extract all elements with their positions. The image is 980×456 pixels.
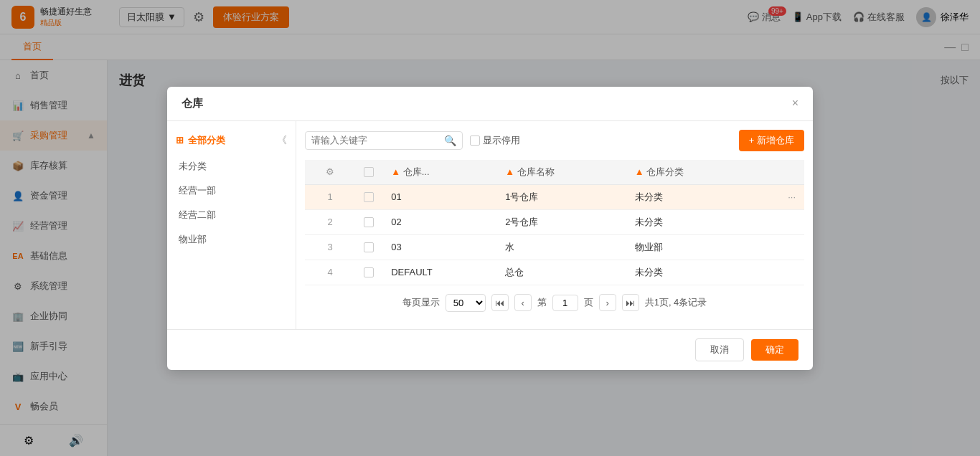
page-unit: 页 xyxy=(584,296,593,309)
last-page-btn[interactable]: ⏭ xyxy=(622,294,639,311)
search-input[interactable] xyxy=(311,135,444,146)
row-checkbox[interactable] xyxy=(355,184,382,209)
page-size-label: 每页显示 xyxy=(402,296,440,309)
row-name: 水 xyxy=(496,234,626,260)
table-header-row: ⚙ ▲ 仓库... ▲ xyxy=(305,160,804,185)
show-disabled-label[interactable]: 显示停用 xyxy=(470,134,520,147)
cat-item-unclassified[interactable]: 未分类 xyxy=(167,154,296,179)
row-code: 03 xyxy=(382,234,496,260)
row-select-checkbox[interactable] xyxy=(364,217,374,227)
total-info: 共1页, 4条记录 xyxy=(645,296,707,309)
dialog-header: 仓库 × xyxy=(167,87,813,121)
dialog-title: 仓库 xyxy=(182,97,203,110)
row-actions[interactable] xyxy=(755,260,804,285)
next-page-btn[interactable]: › xyxy=(599,294,616,311)
confirm-btn[interactable]: 确定 xyxy=(751,339,798,361)
row-gear[interactable]: 3 xyxy=(305,234,355,260)
row-actions[interactable] xyxy=(755,234,804,260)
col-gear[interactable]: ⚙ xyxy=(305,160,355,185)
all-categories-btn[interactable]: ⊞ 全部分类 xyxy=(176,134,225,147)
cat-item-dept2[interactable]: 经营二部 xyxy=(167,203,296,227)
dialog-toolbar: 🔍 显示停用 + 新增仓库 xyxy=(305,130,804,151)
dialog-footer: 取消 确定 xyxy=(167,329,813,370)
category-panel: ⊞ 全部分类 《 未分类 经营一部 经营二部 物业部 xyxy=(167,121,296,329)
cat-item-dept1[interactable]: 经营一部 xyxy=(167,179,296,203)
col-code[interactable]: ▲ 仓库... xyxy=(382,160,496,185)
row-actions[interactable]: ··· xyxy=(755,184,804,209)
pagination: 每页显示 50 10 20 100 ⏮ ‹ 第 页 › ⏭ 共1页, 4条记录 xyxy=(305,285,804,320)
table-body: 1 01 1号仓库 未分类 ··· 2 xyxy=(305,184,804,285)
col-name[interactable]: ▲ 仓库名称 xyxy=(496,160,626,185)
show-disabled-checkbox[interactable] xyxy=(470,136,480,146)
table-row[interactable]: 3 03 水 物业部 xyxy=(305,234,804,260)
search-box: 🔍 xyxy=(305,131,463,150)
table-row[interactable]: 4 DEFAULT 总仓 未分类 xyxy=(305,260,804,285)
select-all-checkbox[interactable] xyxy=(364,167,374,177)
warehouse-table-wrap: ⚙ ▲ 仓库... ▲ xyxy=(305,160,804,285)
cat-item-property[interactable]: 物业部 xyxy=(167,227,296,252)
warehouse-dialog: 仓库 × ⊞ 全部分类 《 未分类 经营一部 xyxy=(167,87,813,370)
row-checkbox[interactable] xyxy=(355,209,382,234)
row-category: 未分类 xyxy=(626,184,755,209)
table-head: ⚙ ▲ 仓库... ▲ xyxy=(305,160,804,185)
warehouse-table: ⚙ ▲ 仓库... ▲ xyxy=(305,160,804,285)
first-page-btn[interactable]: ⏮ xyxy=(491,294,509,311)
dialog-body: ⊞ 全部分类 《 未分类 经营一部 经营二部 物业部 xyxy=(167,121,813,329)
table-row[interactable]: 2 02 2号仓库 未分类 xyxy=(305,209,804,234)
cancel-btn[interactable]: 取消 xyxy=(695,338,744,361)
search-icon[interactable]: 🔍 xyxy=(444,135,456,146)
right-panel: 🔍 显示停用 + 新增仓库 ⚙ xyxy=(296,121,813,329)
row-name: 2号仓库 xyxy=(496,209,626,234)
row-select-checkbox[interactable] xyxy=(364,242,374,252)
row-category: 未分类 xyxy=(626,260,755,285)
page-number-input[interactable] xyxy=(552,295,578,311)
row-actions[interactable] xyxy=(755,209,804,234)
row-name: 1号仓库 xyxy=(496,184,626,209)
row-category: 未分类 xyxy=(626,209,755,234)
row-select-checkbox[interactable] xyxy=(364,192,374,202)
add-warehouse-btn[interactable]: + 新增仓库 xyxy=(739,130,804,151)
page-label: 第 xyxy=(537,296,547,309)
row-gear[interactable]: 4 xyxy=(305,260,355,285)
row-gear[interactable]: 2 xyxy=(305,209,355,234)
row-select-checkbox[interactable] xyxy=(364,267,374,277)
row-code: 02 xyxy=(382,209,496,234)
row-code: DEFAULT xyxy=(382,260,496,285)
row-code: 01 xyxy=(382,184,496,209)
col-actions xyxy=(755,160,804,185)
col-checkbox xyxy=(355,160,382,185)
row-name: 总仓 xyxy=(496,260,626,285)
prev-page-btn[interactable]: ‹ xyxy=(514,294,532,311)
category-header: ⊞ 全部分类 《 xyxy=(167,130,296,154)
row-checkbox[interactable] xyxy=(355,234,382,260)
row-category: 物业部 xyxy=(626,234,755,260)
dialog-overlay: 仓库 × ⊞ 全部分类 《 未分类 经营一部 xyxy=(0,0,980,456)
col-category[interactable]: ▲ 仓库分类 xyxy=(626,160,755,185)
row-gear[interactable]: 1 xyxy=(305,184,355,209)
cat-collapse-btn[interactable]: 《 xyxy=(277,134,287,147)
page-size-select[interactable]: 50 10 20 100 xyxy=(446,294,486,312)
dialog-close-btn[interactable]: × xyxy=(792,97,798,110)
table-row[interactable]: 1 01 1号仓库 未分类 ··· xyxy=(305,184,804,209)
row-checkbox[interactable] xyxy=(355,260,382,285)
